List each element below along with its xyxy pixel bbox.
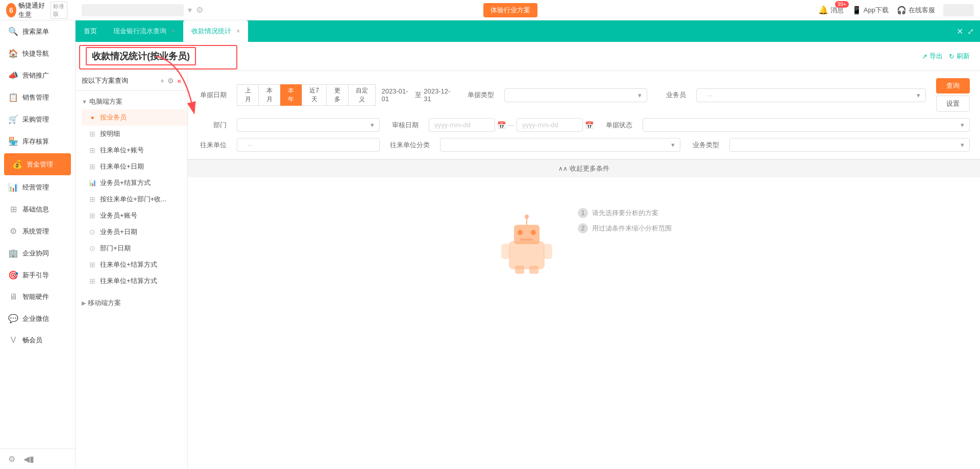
date-tab-this-month[interactable]: 本月 xyxy=(258,84,280,106)
tree-child-10[interactable]: ⊞ 往来单位+结算方式 xyxy=(82,273,187,289)
date-control: 上月 本月 本年 近7天 更多 自定义 2023-01-01 至 xyxy=(237,84,455,106)
sidebar-item-member[interactable]: V 畅会员 xyxy=(0,330,75,351)
tree-child-5[interactable]: ⊞ 按往来单位+部门+收... xyxy=(82,191,187,207)
tree-child-8[interactable]: ⊙ 部门+日期 xyxy=(82,240,187,256)
manage-scheme-icon[interactable]: ⚙ xyxy=(167,77,174,85)
sidebar-item-quicknav[interactable]: 🏠 快捷导航 xyxy=(0,42,75,64)
tree-child-4[interactable]: 📊 业务员+结算方式 xyxy=(82,175,187,191)
filter-row-1: 单据日期 上月 本月 本年 近7天 更多 自定义 xyxy=(198,78,970,112)
sidebar-item-inventory[interactable]: 🏪 库存核算 xyxy=(0,130,75,152)
tree-parent-mobile[interactable]: ▶ 移动端方案 xyxy=(76,295,187,311)
review-date-range: yyyy-mm-dd 📅 — yyyy-mm-dd 📅 xyxy=(429,118,594,132)
type-select[interactable]: ▾ xyxy=(504,88,647,102)
main-layout: 🔍 搜索菜单 🏠 快捷导航 📣 营销推广 📋 销售管理 🛒 采购管理 🏪 库存核… xyxy=(0,20,980,469)
inventory-icon: 🏪 xyxy=(8,136,18,146)
user-avatar-area[interactable] xyxy=(943,4,974,16)
dropdown-arrow-icon[interactable]: ▾ xyxy=(188,5,192,15)
svg-rect-1 xyxy=(514,225,540,244)
trial-button[interactable]: 体验行业方案 xyxy=(483,3,537,17)
department-select[interactable]: ▾ xyxy=(237,118,380,132)
review-date-to-input[interactable]: yyyy-mm-dd xyxy=(517,118,583,132)
tab-maximize-icon[interactable]: ⤢ xyxy=(967,27,974,36)
empty-hint-2: 2 用过滤条件来缩小分析范围 xyxy=(578,223,672,233)
collapse-sidebar-icon[interactable]: ◀▮ xyxy=(23,454,34,464)
tree-child-6[interactable]: ⊞ 业务员+账号 xyxy=(82,207,187,224)
sidebar-label-inventory: 库存核算 xyxy=(22,137,49,146)
sidebar-item-operations[interactable]: 📊 经营管理 xyxy=(0,176,75,198)
svg-rect-0 xyxy=(509,241,545,269)
settings-sidebar-icon[interactable]: ⚙ xyxy=(8,454,15,464)
filter-area: 单据日期 上月 本月 本年 近7天 更多 自定义 xyxy=(188,71,980,159)
refresh-icon: ↻ xyxy=(949,53,954,60)
collapse-label: 收起更多条件 xyxy=(570,164,609,173)
calendar-to-icon[interactable]: 📅 xyxy=(585,121,594,129)
counterparty-more-icon[interactable]: ··· xyxy=(248,141,253,149)
sidebar-item-finance[interactable]: 💰 资金管理 xyxy=(4,153,71,175)
tree-child-2[interactable]: ⊞ 往来单位+账号 xyxy=(82,142,187,158)
online-service-item[interactable]: 🎧 在线客服 xyxy=(897,6,935,15)
tree-child-1[interactable]: ⊞ 按明细 xyxy=(82,126,187,142)
counterparty-category-select[interactable]: ▾ xyxy=(440,138,680,152)
tab-cashflow[interactable]: 现金银行流水查询 × xyxy=(105,20,183,42)
dept-arrow-icon: ▾ xyxy=(371,121,374,129)
tree-child-icon-3: ⊞ xyxy=(88,162,97,171)
tab-receipt-stats-close[interactable]: × xyxy=(236,28,240,35)
page-header: 收款情况统计(按业务员) ↗ 导出 ↻ 刷新 xyxy=(76,42,980,71)
salesperson-select[interactable]: ··· ▾ xyxy=(696,88,926,102)
export-button[interactable]: ↗ 导出 xyxy=(922,52,943,61)
date-tab-last-month[interactable]: 上月 xyxy=(237,84,258,106)
date-tab-custom[interactable]: 自定义 xyxy=(348,84,376,106)
doc-status-select[interactable]: ▾ xyxy=(643,118,970,132)
sidebar-item-basic-info[interactable]: ⊞ 基础信息 xyxy=(0,198,75,220)
main-body: 按以下方案查询 + ⚙ « ▼ 电脑端方案 xyxy=(76,71,980,469)
sidebar-label-system: 系统管理 xyxy=(22,227,49,236)
refresh-button[interactable]: ↻ 刷新 xyxy=(949,52,970,61)
date-range-separator: 至 xyxy=(415,90,422,100)
calendar-from-icon[interactable]: 📅 xyxy=(497,121,506,129)
tab-cashflow-close[interactable]: × xyxy=(172,28,175,35)
tree-child-label-2: 往来单位+账号 xyxy=(100,146,144,155)
cat-arrow-icon: ▾ xyxy=(671,141,675,149)
tree-children-desktop: ● 按业务员 ⊞ 按明细 ⊞ 往来单位+账号 xyxy=(76,109,187,289)
salesperson-more-icon[interactable]: ··· xyxy=(707,91,713,99)
tab-receipt-stats[interactable]: 收款情况统计 × xyxy=(183,20,248,42)
counterparty-select[interactable]: ··· xyxy=(237,138,380,152)
sidebar-item-enterprise[interactable]: 🏢 企业协同 xyxy=(0,242,75,264)
export-icon: ↗ xyxy=(922,53,927,60)
tab-home[interactable]: 首页 xyxy=(76,20,105,42)
settings-top-icon[interactable]: ⚙ xyxy=(196,5,203,15)
tab-close-all-icon[interactable]: ✕ xyxy=(957,27,963,36)
collapse-panel-icon[interactable]: « xyxy=(177,77,181,85)
sidebar-item-search[interactable]: 🔍 搜索菜单 xyxy=(0,20,75,42)
sidebar-item-wechat[interactable]: 💬 企业微信 xyxy=(0,308,75,330)
settings-filter-button[interactable]: 设置 xyxy=(936,96,970,112)
date-tab-this-year[interactable]: 本年 xyxy=(280,84,302,106)
tree-parent-desktop[interactable]: ▼ 电脑端方案 xyxy=(76,94,187,109)
date-tab-7days[interactable]: 近7天 xyxy=(302,84,326,106)
tree-child-9[interactable]: ⊞ 往来单位+结算方式 xyxy=(82,256,187,273)
app-download-item[interactable]: 📱 App下载 xyxy=(852,6,889,15)
date-tab-more[interactable]: 更多 xyxy=(326,84,348,106)
home-icon: 🏠 xyxy=(8,49,18,58)
tree-child-icon-5: ⊞ xyxy=(88,195,97,203)
type-label: 单据类型 xyxy=(465,90,494,100)
collapse-bar[interactable]: ∧∧ 收起更多条件 xyxy=(188,159,980,177)
business-type-select[interactable]: ▾ xyxy=(729,138,970,152)
sidebar-item-guide[interactable]: 🎯 新手引导 xyxy=(0,264,75,286)
tree-child-3[interactable]: ⊞ 往来单位+日期 xyxy=(82,158,187,175)
query-button[interactable]: 查询 xyxy=(936,78,970,93)
add-scheme-icon[interactable]: + xyxy=(160,77,164,85)
date-label: 单据日期 xyxy=(198,90,227,100)
sidebar-item-system[interactable]: ⚙ 系统管理 xyxy=(0,220,75,242)
left-panel-title: 按以下方案查询 xyxy=(82,76,128,85)
sidebar-item-sales[interactable]: 📋 销售管理 xyxy=(0,86,75,108)
empty-text-list: 1 请先选择要分析的方案 2 用过滤条件来缩小分析范围 xyxy=(578,208,672,233)
sidebar-item-purchase[interactable]: 🛒 采购管理 xyxy=(0,108,75,130)
sidebar-item-hardware[interactable]: 🖥 智能硬件 xyxy=(0,286,75,308)
search-area[interactable] xyxy=(82,4,184,16)
messages-item[interactable]: 🔔 消息 99+ xyxy=(818,5,844,15)
review-date-from-input[interactable]: yyyy-mm-dd xyxy=(429,118,495,132)
tree-child-7[interactable]: ⊙ 业务员+日期 xyxy=(82,224,187,240)
tree-child-0[interactable]: ● 按业务员 xyxy=(82,109,187,126)
sidebar-item-marketing[interactable]: 📣 营销推广 xyxy=(0,64,75,86)
